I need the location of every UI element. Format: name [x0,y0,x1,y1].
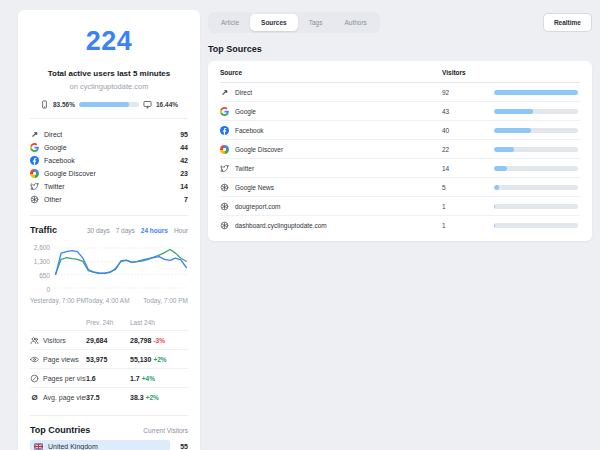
source-row-twitter[interactable]: Twitter14 [220,159,580,178]
source-row-google-news[interactable]: Google News5 [220,178,580,197]
source-row-dougreport-com[interactable]: dougreport.com1 [220,197,580,216]
globe-icon [220,221,229,230]
flag-gb-icon [34,442,43,450]
visitors-bar [494,128,578,133]
active-source-row: Twitter14 [30,180,188,193]
source-name: Other [44,196,62,203]
visitors-bar [494,147,578,152]
source-name: Google Discover [44,170,96,177]
y-tick: 650 [30,272,50,279]
twitter-icon [220,164,229,173]
traffic-range-selector: 30 days7 days24 hoursHour [87,227,188,234]
traffic-title: Traffic [30,225,57,235]
tab-tags[interactable]: Tags [298,14,334,31]
device-split-bar [79,102,139,107]
realtime-sidebar: 224 Total active users last 5 minutes on… [18,10,200,450]
tab-article[interactable]: Article [210,14,250,31]
content-panel: ArticleSourcesTagsAuthors Realtime Top S… [208,10,592,241]
visitors-bar [494,223,578,228]
active-sources-list: ↗Direct95Google44Facebook42Google Discov… [30,128,188,206]
visitors-count: 43 [442,108,494,115]
mobile-percent: 83.56% [53,101,75,108]
sources-table-header: Source Visitors [220,63,580,83]
stat-delta: +4% [142,375,155,382]
divider [30,215,188,216]
country-row-united-kingdom: United Kingdom55 [30,438,188,450]
source-name: Facebook [44,157,75,164]
stats-table: Prev. 24h Last 24h Visitors29,68428,798-… [30,315,188,406]
discover-icon [30,169,39,178]
visitors-bar [494,90,578,95]
traffic-header: Traffic 30 days7 days24 hoursHour [30,225,188,235]
device-split: 83.56% 16.44% [30,100,188,109]
source-row-google[interactable]: Google43 [220,102,580,121]
tab-authors[interactable]: Authors [333,14,377,31]
visitors-count: 14 [442,165,494,172]
google-icon [30,143,39,152]
source-name: dashboard.cyclinguptodate.com [235,222,327,229]
facebook-icon [220,126,229,135]
eye-icon [30,355,39,364]
stats-col-last: Last 24h [130,319,188,326]
source-row-direct[interactable]: ↗Direct92 [220,83,580,102]
x-tick: Yesterday, 7:00 PM [30,297,86,304]
source-name: Twitter [235,165,254,172]
top-sources-card: Source Visitors ↗Direct92Google43Faceboo… [208,61,592,241]
top-countries-list: United Kingdom55United States27 [30,438,188,450]
source-name: Twitter [44,183,65,190]
range-30-days[interactable]: 30 days [87,227,110,234]
visitors-count: 5 [442,184,494,191]
stat-row-avg-page-views-p-: ØAvg. page views p...37.538.3+2% [30,387,188,406]
stat-label: Avg. page views p... [43,394,86,401]
discover-icon [220,145,229,154]
top-sources-title: Top Sources [208,44,592,54]
visitors-bar [494,185,578,190]
range-7-days[interactable]: 7 days [116,227,135,234]
source-name: Direct [235,89,252,96]
active-source-row: Other7 [30,193,188,206]
stat-last-value: 38.3+2% [130,394,188,401]
source-row-dashboard-cyclinguptodate-com[interactable]: dashboard.cyclinguptodate.com1 [220,216,580,235]
stat-row-pages-per-visitor: Pages per visitor1.61.7+4% [30,368,188,387]
visitors-count: 1 [442,203,494,210]
desktop-percent: 16.44% [156,101,178,108]
stat-delta: +2% [153,356,166,363]
stat-row-visitors: Visitors29,68428,798-3% [30,330,188,349]
current-visitors-label: Current Visitors [143,427,188,434]
source-name: Google [44,144,67,151]
range-24-hours[interactable]: 24 hours [141,227,168,234]
realtime-button[interactable]: Realtime [543,13,592,32]
visitors-count: 22 [442,146,494,153]
visitors-count: 1 [442,222,494,229]
chart-x-axis: Yesterday, 7:00 PMToday, 4:00 AMToday, 7… [30,297,188,307]
stat-delta: +2% [146,394,159,401]
active-source-row: ↗Direct95 [30,128,188,141]
stat-row-page-views: Page views53,97555,130+2% [30,349,188,368]
source-row-facebook[interactable]: Facebook40 [220,121,580,140]
stat-last-value: 28,798-3% [130,337,188,344]
source-name: Facebook [235,127,264,134]
stats-col-prev: Prev. 24h [86,319,130,326]
y-tick: 2,600 [30,244,50,251]
range-hour[interactable]: Hour [174,227,188,234]
visitors-count: 92 [442,89,494,96]
active-users-title: Total active users last 5 minutes [30,69,188,78]
x-tick: Today, 7:00 PM [143,297,188,304]
top-countries-title: Top Countries [30,425,90,435]
source-name: Google [235,108,256,115]
source-count: 42 [180,157,188,164]
active-users-count: 224 [30,26,188,57]
stat-prev-value: 53,975 [86,356,130,363]
y-tick: 1,300 [30,258,50,265]
people-icon [30,336,39,345]
source-name: Google Discover [235,146,283,153]
stat-delta: -3% [153,337,165,344]
source-name: Google News [235,184,274,191]
source-count: 23 [180,170,188,177]
stat-last-value: 1.7+4% [130,375,188,382]
traffic-chart: 2,6001,3006500 [30,242,188,294]
tab-sources[interactable]: Sources [250,14,298,31]
source-row-google-discover[interactable]: Google Discover22 [220,140,580,159]
mobile-icon [40,100,49,109]
twitter-icon [30,182,39,191]
